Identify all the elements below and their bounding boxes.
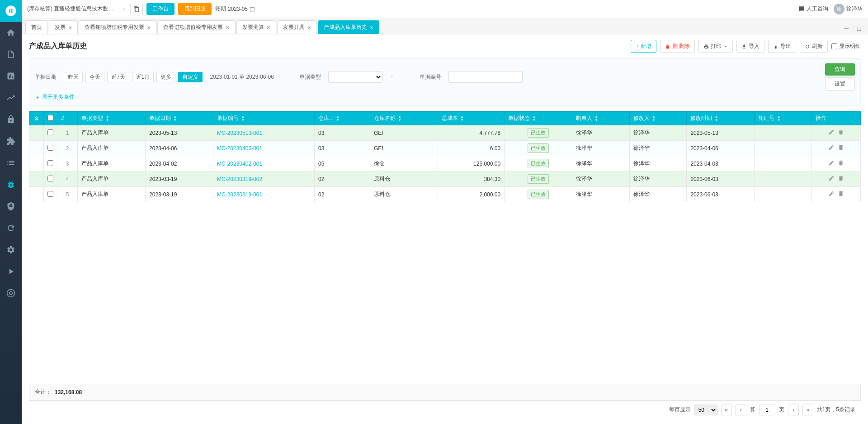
- switch-old-button[interactable]: 切到旧版: [178, 3, 212, 15]
- tab-minimize-button[interactable]: ─: [841, 23, 852, 34]
- print-button[interactable]: 打印: [698, 40, 733, 53]
- row-number[interactable]: MC-20230513-001: [213, 125, 315, 141]
- week-btn[interactable]: 近7天: [107, 72, 129, 82]
- row-number[interactable]: MC-20230402-001: [213, 156, 315, 172]
- row-number[interactable]: MC-20230319-001: [213, 187, 315, 202]
- sidebar-item-warehouse[interactable]: [0, 174, 22, 195]
- tab-maximize-button[interactable]: □: [854, 23, 864, 34]
- tab-check-purchase-close[interactable]: ×: [226, 24, 229, 31]
- export-button[interactable]: 导出: [768, 40, 796, 53]
- row-number-link[interactable]: MC-20230513-001: [217, 130, 262, 136]
- tab-check-purchase-vat[interactable]: 查看进项增值税专用发票 ×: [157, 20, 235, 34]
- th-date[interactable]: 单据日期 ▲▼: [146, 112, 213, 125]
- row-number[interactable]: MC-20230319-002: [213, 172, 315, 187]
- row-number-link[interactable]: MC-20230406-001: [217, 145, 262, 152]
- row-edit-icon[interactable]: [828, 176, 836, 183]
- row-checkbox-cell[interactable]: [44, 156, 57, 172]
- row-edit-icon[interactable]: [828, 130, 836, 137]
- row-edit-icon[interactable]: [828, 146, 836, 152]
- row-number-link[interactable]: MC-20230319-001: [217, 191, 262, 198]
- sidebar-item-gear[interactable]: [0, 239, 22, 261]
- tab-open-close[interactable]: ×: [307, 24, 311, 31]
- sidebar-item-analytics[interactable]: [0, 87, 22, 109]
- sidebar-item-vip[interactable]: [0, 282, 22, 304]
- row-checkbox-cell[interactable]: [44, 125, 57, 141]
- row-edit-icon[interactable]: [828, 192, 836, 198]
- tab-check-sales-close[interactable]: ×: [147, 24, 151, 31]
- th-modify-time[interactable]: 修改时间 ▲▼: [687, 112, 755, 125]
- sidebar-item-stamp[interactable]: [0, 195, 22, 217]
- th-total-cost[interactable]: 总成本 ▲▼: [438, 112, 504, 125]
- th-number[interactable]: 单据编号 ▲▼: [213, 112, 315, 125]
- row-checkbox-0[interactable]: [47, 129, 53, 135]
- month-btn[interactable]: 近1月: [132, 72, 154, 82]
- copy-icon[interactable]: [130, 3, 143, 15]
- import-button[interactable]: 导入: [736, 40, 764, 53]
- show-detail-checkbox[interactable]: [831, 43, 837, 49]
- th-warehouse-code[interactable]: 仓库... ▲▼: [315, 112, 370, 125]
- row-delete-icon[interactable]: [838, 146, 844, 152]
- row-number[interactable]: MC-20230406-001: [213, 141, 315, 156]
- tab-calc-close[interactable]: ×: [267, 24, 270, 31]
- sidebar-item-puzzle[interactable]: [0, 130, 22, 152]
- row-delete-icon[interactable]: [838, 176, 844, 183]
- expand-filter-btn[interactable]: 展开更多条件: [35, 93, 75, 101]
- tab-invoice-open[interactable]: 发票开具 ×: [277, 20, 317, 34]
- th-creator[interactable]: 制单人 ▲▼: [572, 112, 629, 125]
- row-checkbox-cell[interactable]: [44, 172, 57, 187]
- user-info[interactable]: 徐 徐泽华: [834, 4, 863, 14]
- th-type[interactable]: 单据类型 ▲▼: [78, 112, 146, 125]
- today-btn[interactable]: 今天: [85, 72, 104, 82]
- first-page-btn[interactable]: «: [721, 405, 732, 415]
- tab-home[interactable]: 首页: [25, 20, 48, 34]
- page-size-select[interactable]: 10 20 50 100: [694, 405, 717, 415]
- set-button[interactable]: 设置: [825, 77, 855, 91]
- sidebar-item-play[interactable]: [0, 261, 22, 282]
- tab-inbound-close[interactable]: ×: [370, 24, 373, 31]
- th-status[interactable]: 单据状态 ▲▼: [505, 112, 572, 125]
- new-button[interactable]: + 新增: [631, 40, 656, 53]
- page-num-input[interactable]: [759, 405, 775, 415]
- tab-product-inbound[interactable]: 产成品入库单历史 ×: [318, 20, 379, 34]
- row-delete-icon[interactable]: [838, 161, 844, 167]
- workbench-button[interactable]: 工作台: [146, 3, 175, 15]
- select-all-checkbox[interactable]: [47, 115, 53, 121]
- th-modifier[interactable]: 修改人 ▲▼: [629, 112, 687, 125]
- row-checkbox-4[interactable]: [47, 191, 53, 197]
- type-filter-select[interactable]: [328, 71, 382, 83]
- row-checkbox-3[interactable]: [47, 176, 53, 181]
- row-checkbox-2[interactable]: [47, 160, 53, 166]
- th-settings[interactable]: ⚙: [29, 112, 44, 125]
- more-btn[interactable]: 更多: [156, 72, 175, 82]
- row-delete-icon[interactable]: [838, 130, 844, 137]
- refresh-button[interactable]: 刷新: [800, 40, 828, 53]
- tab-check-sales-vat[interactable]: 查看销项增值税专用发票 ×: [79, 20, 156, 34]
- tab-invoice-close[interactable]: ×: [68, 24, 72, 31]
- row-delete-icon[interactable]: [838, 192, 844, 198]
- sidebar-item-chart[interactable]: [0, 65, 22, 87]
- row-number-link[interactable]: MC-20230319-002: [217, 176, 262, 182]
- tab-invoice[interactable]: 发票 ×: [49, 20, 78, 34]
- row-checkbox-1[interactable]: [47, 145, 53, 151]
- next-page-btn[interactable]: ›: [788, 405, 799, 415]
- th-voucher[interactable]: 凭证号 ▲▼: [755, 112, 812, 125]
- custom-btn[interactable]: 自定义: [178, 72, 203, 82]
- query-button[interactable]: 查询: [825, 63, 855, 76]
- last-page-btn[interactable]: »: [802, 405, 813, 415]
- num-filter-input[interactable]: [448, 71, 523, 83]
- sidebar-item-doc[interactable]: [0, 43, 22, 65]
- sidebar-item-lock[interactable]: [0, 109, 22, 130]
- tab-invoice-calc[interactable]: 发票测算 ×: [236, 20, 276, 34]
- consult-label[interactable]: 人工咨询: [798, 5, 828, 13]
- row-checkbox-cell[interactable]: [44, 187, 57, 202]
- show-detail-checkbox-label[interactable]: 显示明细: [831, 43, 861, 50]
- row-checkbox-cell[interactable]: [44, 141, 57, 156]
- delete-button[interactable]: 删 删除: [660, 40, 695, 53]
- sidebar-item-list[interactable]: [0, 152, 22, 174]
- sidebar-item-settings2[interactable]: [0, 217, 22, 239]
- row-number-link[interactable]: MC-20230402-001: [217, 161, 262, 167]
- row-edit-icon[interactable]: [828, 161, 836, 167]
- yesterday-btn[interactable]: 昨天: [64, 72, 83, 82]
- th-checkbox[interactable]: [44, 112, 57, 125]
- th-warehouse-name[interactable]: 仓库名称 ▲▼: [370, 112, 438, 125]
